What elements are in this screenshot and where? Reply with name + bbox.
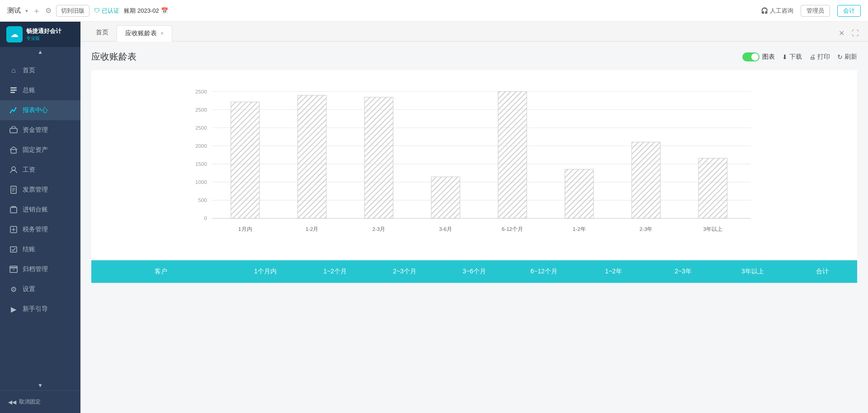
accountant-button[interactable]: 会计 [837,5,861,17]
svg-rect-18 [10,266,17,268]
sidebar-item-label: 进销台账 [23,206,48,214]
expand-icon[interactable]: ⛶ [850,28,861,39]
invoice-icon [9,185,18,194]
sidebar-item-guide[interactable]: ▶ 新手引导 [0,299,80,319]
th-3year-plus: 3年以上 [718,260,788,283]
bar-2-3年 [632,142,660,218]
scroll-up-indicator[interactable]: ▲ [0,47,80,57]
sidebar-item-general-ledger[interactable]: 总账 [0,80,80,100]
svg-text:2500: 2500 [195,125,207,131]
logo-title: 畅捷通好会计 [26,27,61,35]
chart-container: 2500 2500 2500 2000 1500 1000 500 0 [91,70,857,260]
tax-icon [9,225,18,234]
th-6-12month: 6~12个月 [509,260,579,283]
svg-rect-16 [10,247,17,252]
sidebar-item-label: 固定资产 [23,146,48,154]
sidebar-item-label: 报表中心 [23,106,48,114]
sidebar-nav: ⌂ 首页 总账 报表中心 资金管理 [0,57,80,380]
sidebar-item-home[interactable]: ⌂ 首页 [0,61,80,80]
svg-text:1月内: 1月内 [238,226,252,232]
salary-icon [9,165,18,174]
th-2-3year: 2~3年 [648,260,718,283]
sidebar-item-tax-management[interactable]: 税务管理 [0,220,80,239]
consult-button[interactable]: 🎧 人工咨询 [761,7,793,15]
header-right: 🎧 人工咨询 管理员 会计 [761,5,861,17]
svg-text:1000: 1000 [195,179,207,185]
svg-rect-0 [10,87,17,89]
svg-point-4 [15,108,17,109]
logo-sub: 专业版 [26,35,61,42]
print-button[interactable]: 🖨 打印 [809,53,830,61]
bar-3-6月 [431,177,460,218]
guide-icon: ▶ [9,305,18,314]
sidebar-item-invoice-management[interactable]: 发票管理 [0,180,80,200]
assets-icon [9,145,18,155]
settings-icon: ⚙ [9,285,18,294]
closing-icon [9,245,18,254]
purchase-icon [9,205,18,214]
sidebar-item-label: 总账 [23,86,35,94]
svg-text:2500: 2500 [195,89,207,94]
sidebar-item-fund-management[interactable]: 资金管理 [0,120,80,140]
dropdown-arrow-icon[interactable]: ▾ [25,8,28,14]
download-button[interactable]: ⬇ 下载 [782,53,802,61]
sidebar-item-label: 工资 [23,166,35,174]
svg-text:500: 500 [198,197,207,203]
bar-3年以上 [698,158,727,218]
cancel-fix-button[interactable]: ◀◀ 取消固定 [5,395,76,408]
toggle-thumb [751,53,759,61]
th-3-6month: 3~6个月 [439,260,509,283]
sidebar-item-closing[interactable]: 结账 [0,239,80,259]
table-container: 客户 1个月内 1~2个月 2~3个月 3~6个月 6~12个月 1~2年 2~… [91,260,857,283]
refresh-button[interactable]: ↻ 刷新 [837,53,857,61]
sidebar-item-salary[interactable]: 工资 [0,160,80,180]
sidebar-bottom: ◀◀ 取消固定 [0,390,80,413]
ledger-icon [9,86,18,95]
svg-text:2000: 2000 [195,143,207,149]
header-left: 测试 ▾ ＋ ⚙ 切到旧版 🛡 已认证 账期 2023-02 📅 [7,5,168,17]
sidebar-item-report-center[interactable]: 报表中心 [0,100,80,120]
svg-text:3年以上: 3年以上 [703,226,722,232]
bar-6-12月 [498,91,527,218]
sidebar-item-fixed-assets[interactable]: 固定资产 [0,140,80,160]
chart-toggle-switch[interactable] [742,52,760,61]
tab-label: 应收账龄表 [125,29,157,38]
add-icon[interactable]: ＋ [33,5,41,16]
th-1month: 1个月内 [231,260,300,283]
old-version-button[interactable]: 切到旧版 [56,5,90,17]
th-total: 合计 [788,260,857,283]
sidebar-item-label: 新手引导 [23,305,48,313]
scroll-down-indicator[interactable]: ▼ [0,380,80,390]
bar-chart-svg: 2500 2500 2500 2000 1500 1000 500 0 [100,79,848,251]
fund-icon [9,126,18,135]
logo-text: 畅捷通好会计 专业版 [26,27,61,42]
bar-2-3月 [364,97,393,218]
headset-icon: 🎧 [761,7,768,14]
tab-report[interactable]: 应收账龄表 × [117,25,172,42]
shield-icon: 🛡 [94,7,100,14]
page-header: 应收账龄表 图表 ⬇ 下载 🖨 打印 [91,51,857,63]
page-content: 应收账龄表 图表 ⬇ 下载 🖨 打印 [80,42,868,413]
tab-bar: 首页 应收账龄表 × ✕ ⛶ [80,22,868,42]
th-customer: 客户 [91,260,231,283]
sidebar-item-archive[interactable]: 归档管理 [0,259,80,279]
account-period: 账期 2023-02 📅 [124,7,168,15]
svg-rect-12 [10,207,17,213]
svg-rect-2 [10,92,15,93]
tab-close-icon[interactable]: × [160,30,164,37]
download-icon: ⬇ [782,53,788,61]
sidebar-item-purchase-sales[interactable]: 进销台账 [0,200,80,220]
calendar-icon[interactable]: 📅 [161,7,168,14]
manager-button[interactable]: 管理员 [801,5,830,17]
tab-home[interactable]: 首页 [88,25,117,41]
sidebar-item-settings[interactable]: ⚙ 设置 [0,279,80,299]
bar-1月内 [231,102,259,219]
pin-icon: ◀◀ [8,399,16,405]
gear-icon[interactable]: ⚙ [45,6,52,15]
svg-text:1-2月: 1-2月 [306,226,319,232]
sidebar-item-label: 首页 [23,66,35,75]
top-header: 测试 ▾ ＋ ⚙ 切到旧版 🛡 已认证 账期 2023-02 📅 🎧 人工咨询 … [0,0,868,22]
svg-point-3 [10,112,11,113]
svg-text:2-3月: 2-3月 [372,226,385,232]
close-window-icon[interactable]: ✕ [837,27,846,39]
